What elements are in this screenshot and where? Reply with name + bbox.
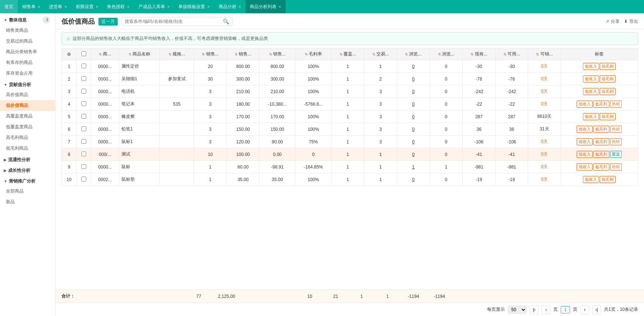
export-button[interactable]: ⬇ 导出: [624, 18, 638, 25]
collapse-button[interactable]: 《: [43, 16, 50, 24]
close-icon[interactable]: ×: [64, 4, 67, 9]
view-link[interactable]: 0: [412, 177, 415, 182]
sidebar-item-sales-goods[interactable]: 销售类商品: [0, 25, 55, 36]
view-link[interactable]: 0: [412, 127, 415, 132]
last-page-button[interactable]: ›|: [592, 305, 601, 314]
select-all-checkbox[interactable]: [81, 51, 86, 56]
row-checkbox[interactable]: [81, 89, 86, 94]
close-icon[interactable]: ×: [96, 4, 98, 9]
share-button[interactable]: ↗ 分享: [606, 18, 620, 25]
sidebar-item-high-margin[interactable]: 高毛利商品: [0, 132, 55, 143]
filter-tag[interactable]: 近一月: [98, 18, 118, 26]
sidebar-item-low-coverage[interactable]: 低覆盖度商品: [0, 122, 55, 132]
sidebar-item-low-value[interactable]: 低价值商品: [0, 100, 55, 111]
view-link[interactable]: 0: [412, 139, 415, 145]
sidebar-item-high-value[interactable]: 高价值商品: [0, 89, 55, 100]
search-input[interactable]: [125, 19, 221, 24]
cell-checkbox[interactable]: [77, 60, 91, 73]
row-checkbox[interactable]: [81, 126, 86, 131]
sort-icon[interactable]: ⇅: [128, 52, 131, 56]
row-checkbox[interactable]: [81, 101, 86, 106]
row-checkbox[interactable]: [81, 139, 86, 144]
tag-badge: 低毛利: [600, 113, 616, 120]
view-link[interactable]: 0: [412, 64, 415, 69]
cell-checkbox[interactable]: [77, 136, 91, 148]
table-row: 5 0000... 橡皮擦 3 170.00 170.00 100% 1 3 0…: [62, 111, 638, 123]
view-link[interactable]: 0: [412, 152, 415, 157]
sort-icon[interactable]: ⇅: [503, 52, 506, 56]
close-icon[interactable]: ×: [207, 4, 209, 9]
nav-item-template[interactable]: 单据模板设置 ×: [174, 0, 214, 13]
nav-item-roles[interactable]: 角色授权 ×: [103, 0, 134, 13]
sidebar-item-low-margin[interactable]: 低毛利商品: [0, 143, 55, 154]
table-row: 2 0000... 吴细细1 参加复试 30 300.00 300.00 100…: [62, 73, 638, 85]
col-checkbox[interactable]: [77, 48, 91, 60]
cell-checkbox[interactable]: [77, 111, 91, 123]
settings-icon[interactable]: ⚙: [67, 52, 71, 57]
sidebar-item-high-coverage[interactable]: 高覆盖度商品: [0, 111, 55, 122]
close-icon[interactable]: ×: [127, 4, 129, 9]
prev-page-button[interactable]: ‹: [541, 305, 550, 314]
view-link[interactable]: 0: [412, 77, 415, 82]
col-settings[interactable]: ⚙: [62, 48, 77, 60]
nav-item-analysis-list[interactable]: 商品分析列表 ×: [245, 0, 285, 13]
nav-item-warehouse[interactable]: 产成品入库单 ×: [134, 0, 174, 13]
search-icon[interactable]: 🔍: [223, 18, 229, 24]
sidebar-group-overall[interactable]: ▼ 整体信息 《: [0, 13, 55, 25]
sidebar-item-stock-fund[interactable]: 库存资金占用: [0, 68, 55, 79]
sidebar-group-circulation[interactable]: ▶ 流通性分析: [0, 154, 55, 164]
sort-icon[interactable]: ⇅: [405, 52, 408, 56]
sort-icon[interactable]: ⇅: [269, 52, 272, 56]
sidebar-group-contribution[interactable]: ▼ 贡献值分析: [0, 79, 55, 89]
cell-checkbox[interactable]: [77, 85, 91, 98]
sidebar-item-category-rate[interactable]: 商品分类销售率: [0, 47, 55, 57]
sidebar-group-marketing[interactable]: ▼ 营销推广分析: [0, 175, 55, 186]
view-link[interactable]: 0: [412, 89, 415, 94]
nav-item-purchase[interactable]: 进货单 ×: [44, 0, 71, 13]
close-icon[interactable]: ×: [38, 4, 40, 9]
view-link[interactable]: 0: [412, 114, 415, 119]
footer-cells: 77 2,125.00 10 21 1 1 -1194 -1194: [81, 294, 638, 299]
close-icon[interactable]: ×: [239, 4, 241, 9]
close-icon[interactable]: ×: [167, 4, 170, 9]
sidebar-group-growth[interactable]: ▶ 成长性分析: [0, 164, 55, 175]
view-link[interactable]: 1: [412, 164, 415, 170]
sort-icon[interactable]: ⇅: [536, 52, 539, 56]
row-checkbox[interactable]: [81, 76, 86, 81]
sort-icon[interactable]: ⇅: [372, 52, 375, 56]
nav-item-sales[interactable]: 销售单 ×: [18, 0, 44, 13]
sort-icon[interactable]: ⇅: [168, 52, 171, 56]
sort-icon[interactable]: ⇅: [339, 52, 342, 56]
per-page-select[interactable]: 50 100 200: [508, 306, 527, 314]
sidebar-item-all-goods[interactable]: 全部商品: [0, 186, 55, 197]
cell-stock2: -242: [495, 85, 528, 98]
cell-checkbox[interactable]: [77, 173, 91, 186]
sidebar-item-traded-goods[interactable]: 交易过的商品: [0, 36, 55, 47]
row-checkbox[interactable]: [81, 114, 86, 119]
sidebar-item-stock-goods[interactable]: 有库存的商品: [0, 57, 55, 68]
row-checkbox[interactable]: [81, 152, 86, 156]
sort-icon[interactable]: ⇅: [470, 52, 473, 56]
cell-checkbox[interactable]: [77, 161, 91, 173]
sort-icon[interactable]: ⇅: [202, 52, 205, 56]
sort-icon[interactable]: ⇅: [99, 52, 102, 56]
cell-checkbox[interactable]: [77, 98, 91, 111]
row-checkbox[interactable]: [81, 177, 86, 181]
view-link[interactable]: 0: [412, 102, 415, 107]
sidebar-item-new-goods[interactable]: 新品: [0, 197, 55, 207]
sort-icon[interactable]: ⇅: [438, 52, 441, 56]
cell-checkbox[interactable]: [77, 73, 91, 85]
nav-item-home[interactable]: 首页: [0, 0, 18, 13]
cell-checkbox[interactable]: [77, 148, 91, 161]
next-page-button[interactable]: ›: [580, 305, 589, 314]
cell-checkbox[interactable]: [77, 123, 91, 136]
nav-item-permissions[interactable]: 权限设置 ×: [71, 0, 103, 13]
row-checkbox[interactable]: [81, 64, 86, 68]
nav-item-analysis[interactable]: 商品分析 ×: [214, 0, 245, 13]
row-checkbox[interactable]: [81, 164, 86, 169]
sort-icon[interactable]: ⇅: [235, 52, 238, 56]
cell-days: 0天: [528, 85, 561, 98]
sort-icon[interactable]: ⇅: [305, 52, 308, 56]
close-icon[interactable]: ×: [279, 4, 281, 9]
first-page-button[interactable]: |‹: [530, 305, 539, 314]
